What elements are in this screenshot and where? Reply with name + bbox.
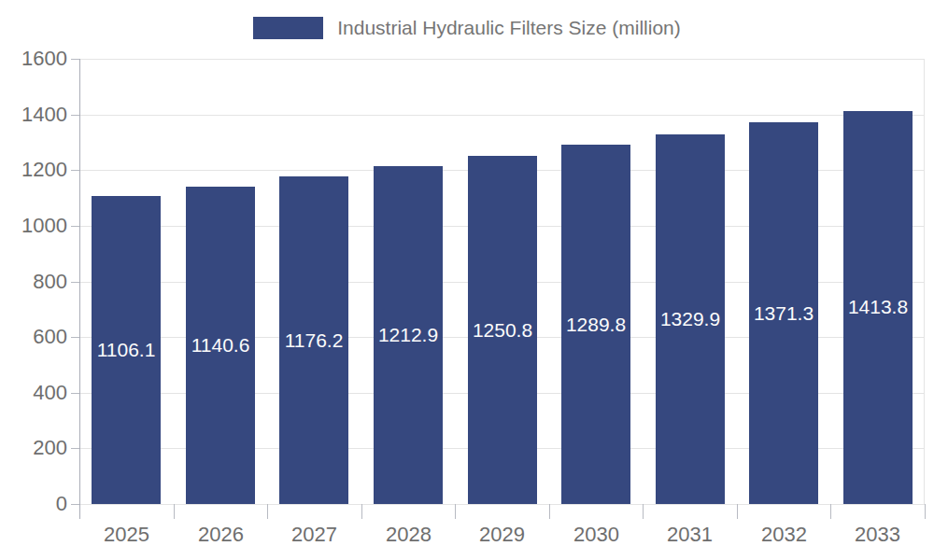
bar-value-label: 1329.9 xyxy=(656,307,725,331)
x-axis-tick xyxy=(267,504,268,519)
y-axis-tick xyxy=(71,59,79,60)
y-axis-tick xyxy=(71,393,79,394)
y-axis-line xyxy=(79,59,80,519)
x-axis-tick-label: 2031 xyxy=(643,521,737,549)
y-axis-tick-label: 1000 xyxy=(0,214,67,238)
x-axis-tick xyxy=(174,504,175,519)
bar-value-label: 1250.8 xyxy=(468,318,537,343)
y-axis-tick-label: 400 xyxy=(0,381,67,405)
y-axis-tick-label: 800 xyxy=(0,270,67,294)
x-axis-tick xyxy=(925,504,926,519)
bar-value-label: 1176.2 xyxy=(279,329,348,353)
bar-value-label: 1212.9 xyxy=(374,323,443,347)
y-gridline xyxy=(79,115,925,116)
bar-value-label: 1140.6 xyxy=(186,333,255,357)
x-axis-tick xyxy=(737,504,738,519)
y-axis-tick xyxy=(71,226,79,227)
bar-value-label: 1106.1 xyxy=(92,338,161,362)
x-axis-tick-label: 2032 xyxy=(737,521,831,549)
x-axis-tick xyxy=(361,504,362,519)
y-gridline xyxy=(79,504,925,505)
y-axis-tick-label: 600 xyxy=(0,325,67,349)
x-axis-tick-label: 2026 xyxy=(174,521,268,549)
y-axis-tick xyxy=(71,448,79,449)
y-axis-tick xyxy=(71,170,79,171)
x-axis-tick xyxy=(455,504,456,519)
y-axis-tick xyxy=(71,282,79,283)
legend-label: Industrial Hydraulic Filters Size (milli… xyxy=(337,16,681,40)
y-axis-tick xyxy=(71,504,79,505)
y-axis-tick-label: 1200 xyxy=(0,158,67,182)
y-axis-tick xyxy=(71,115,79,116)
plot-right-border xyxy=(924,59,925,504)
y-axis-tick-label: 1400 xyxy=(0,103,67,127)
y-axis-tick-label: 200 xyxy=(0,436,67,460)
x-axis-tick xyxy=(643,504,644,519)
x-axis-tick xyxy=(549,504,550,519)
bar-chart: Industrial Hydraulic Filters Size (milli… xyxy=(0,0,934,560)
y-axis-tick-label: 1600 xyxy=(0,47,67,71)
y-axis-tick-label: 0 xyxy=(0,492,67,516)
x-axis-tick-label: 2029 xyxy=(455,521,549,549)
legend-item[interactable]: Industrial Hydraulic Filters Size (milli… xyxy=(0,16,934,40)
x-axis-tick-label: 2030 xyxy=(549,521,644,549)
x-axis-tick-label: 2027 xyxy=(267,521,361,549)
y-axis-tick xyxy=(71,337,79,338)
bar-value-label: 1371.3 xyxy=(749,301,818,326)
y-gridline xyxy=(79,59,925,60)
bar-value-label: 1289.8 xyxy=(561,313,630,337)
x-axis-tick-label: 2028 xyxy=(361,521,456,549)
bar-value-label: 1413.8 xyxy=(843,295,913,319)
legend-swatch xyxy=(253,17,323,39)
x-axis-tick xyxy=(830,504,831,519)
x-axis-tick-label: 2025 xyxy=(79,521,174,549)
x-axis-tick-label: 2033 xyxy=(830,521,925,549)
